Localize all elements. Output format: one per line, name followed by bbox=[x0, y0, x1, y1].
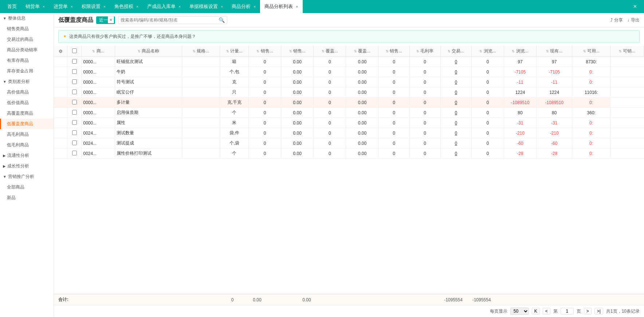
row-checkbox[interactable] bbox=[67, 87, 82, 98]
window-close-button[interactable]: × bbox=[629, 3, 641, 10]
close-analysis-tab[interactable]: × bbox=[254, 4, 256, 9]
nav-permissions[interactable]: 权限设置 × bbox=[77, 0, 110, 13]
sidebar-item-high-value[interactable]: 高价值商品 bbox=[0, 87, 54, 98]
row-checkbox[interactable] bbox=[67, 138, 82, 148]
sidebar-item-category-rate[interactable]: 商品分类动销率 bbox=[0, 45, 54, 55]
sidebar-item-traded-products[interactable]: 交易过的商品 bbox=[0, 34, 54, 45]
col-sales2-header[interactable]: ⇅ 销售... bbox=[281, 46, 314, 57]
nav-product-analysis[interactable]: 商品分析 × bbox=[227, 0, 260, 13]
col-profit-header[interactable]: ⇅ 毛利率 bbox=[409, 46, 440, 57]
col-browse2-header[interactable]: ⇅ 浏览... bbox=[504, 46, 537, 57]
col-browse1-header[interactable]: ⇅ 浏览... bbox=[471, 46, 504, 57]
export-button[interactable]: ↓ 导出 bbox=[627, 17, 640, 23]
sidebar-item-inventory-products[interactable]: 有库存商品 bbox=[0, 55, 54, 66]
row-col11[interactable]: 0 bbox=[440, 67, 471, 77]
row-col11[interactable]: 0 bbox=[440, 128, 471, 138]
close-purchase-tab[interactable]: × bbox=[71, 4, 73, 9]
sidebar-section-overview[interactable]: ▼ 整体信息 bbox=[0, 13, 54, 24]
close-sales-tab[interactable]: × bbox=[43, 4, 45, 9]
settings-column-header[interactable]: ⚙ bbox=[54, 46, 67, 57]
checkbox-column-header[interactable] bbox=[67, 46, 82, 57]
sidebar-item-inventory-capital[interactable]: 库存资金占用 bbox=[0, 66, 54, 76]
col-sales3-header[interactable]: ⇅ 销售... bbox=[378, 46, 409, 57]
page-label: 第 bbox=[553, 308, 558, 314]
row-checkbox[interactable] bbox=[67, 77, 82, 87]
search-input[interactable] bbox=[121, 17, 219, 23]
nav-home[interactable]: 首页 bbox=[3, 0, 21, 13]
row-col5: 0 bbox=[249, 87, 281, 98]
row-checkbox[interactable] bbox=[67, 118, 82, 128]
col-coverage1-header[interactable]: ⇅ 覆盖... bbox=[314, 46, 346, 57]
row-col12: 0 bbox=[471, 138, 504, 148]
sidebar-item-all-products[interactable]: 全部商品 bbox=[0, 182, 54, 193]
close-template-tab[interactable]: × bbox=[221, 4, 223, 9]
col-current-header[interactable]: ⇅ 现有... bbox=[537, 46, 572, 57]
nav-product-warehouse[interactable]: 产成品入库单 × bbox=[143, 0, 185, 13]
col-code-header[interactable]: ⇅ 商... bbox=[82, 46, 115, 57]
close-analysis-list-tab[interactable]: × bbox=[296, 4, 298, 9]
row-col11[interactable]: 0 bbox=[440, 77, 471, 87]
first-page-button[interactable]: K bbox=[532, 308, 540, 314]
row-col9: 0 bbox=[378, 87, 409, 98]
page-size-select[interactable]: 50 100 200 bbox=[510, 308, 529, 315]
share-button[interactable]: ⤴ 分享 bbox=[610, 17, 623, 23]
col-sales1-header[interactable]: ⇅ 销售... bbox=[249, 46, 281, 57]
row-col10: 0 bbox=[409, 108, 440, 118]
nav-purchase[interactable]: 进货单 × bbox=[49, 0, 77, 13]
nav-role-auth[interactable]: 角色授权 × bbox=[110, 0, 143, 13]
row-col11[interactable]: 0 bbox=[440, 118, 471, 128]
sidebar-section-marketing[interactable]: ▼ 营销推广分析 bbox=[0, 171, 54, 182]
col-sellable-header[interactable]: ⇅ 可销... bbox=[610, 46, 644, 57]
row-checkbox[interactable] bbox=[67, 128, 82, 138]
row-checkbox[interactable] bbox=[67, 98, 82, 108]
data-table-container[interactable]: ⚙ ⇅ 商... ⇅ 商品名称 ⇅ 规格... ⇅ 计量... ⇅ 销售... … bbox=[54, 46, 644, 294]
close-product-tab[interactable]: × bbox=[178, 4, 181, 9]
next-page-button[interactable]: > bbox=[584, 308, 592, 314]
close-role-tab[interactable]: × bbox=[136, 4, 138, 9]
row-col12: 0 bbox=[471, 98, 504, 108]
sidebar-item-low-coverage[interactable]: 低覆盖度商品 bbox=[0, 119, 54, 129]
sidebar-section-growth[interactable]: ▶ 成长性分析 bbox=[0, 161, 54, 171]
row-col11[interactable]: 0 bbox=[440, 148, 471, 159]
row-checkbox[interactable] bbox=[67, 108, 82, 118]
search-box[interactable]: 🔍 bbox=[118, 16, 227, 24]
select-all-checkbox[interactable] bbox=[72, 48, 77, 53]
nav-product-analysis-list[interactable]: 商品分析列表 × bbox=[260, 0, 302, 13]
row-col11[interactable]: 0 bbox=[440, 87, 471, 98]
col-available-header[interactable]: ⇅ 可用... bbox=[572, 46, 610, 57]
row-col11[interactable]: 0 bbox=[440, 98, 471, 108]
nav-sales[interactable]: 销货单 × bbox=[21, 0, 49, 13]
row-unit: 箱 bbox=[220, 57, 249, 67]
current-page-input[interactable] bbox=[561, 308, 574, 314]
row-name: 旺铺批次测试 bbox=[115, 57, 182, 67]
sidebar-item-sales-products[interactable]: 销售类商品 bbox=[0, 24, 54, 34]
sidebar-item-new-products[interactable]: 新品 bbox=[0, 193, 54, 203]
row-col14: -1089510 bbox=[537, 98, 572, 108]
sidebar-section-category-diff[interactable]: ▼ 类别差分析 bbox=[0, 76, 54, 87]
row-col6: 0.00 bbox=[281, 138, 314, 148]
col-unit-header[interactable]: ⇅ 计量... bbox=[220, 46, 249, 57]
sidebar-collapse-button[interactable]: « bbox=[108, 16, 114, 23]
row-checkbox[interactable] bbox=[67, 148, 82, 159]
main-layout: ▼ 整体信息 销售类商品 交易过的商品 商品分类动销率 有库存商品 库存资金占用… bbox=[0, 13, 644, 317]
col-trade-header[interactable]: ⇅ 交易... bbox=[440, 46, 471, 57]
row-col12: 0 bbox=[471, 148, 504, 159]
sidebar-item-high-profit[interactable]: 高毛利商品 bbox=[0, 129, 54, 140]
row-col11[interactable]: 0 bbox=[440, 138, 471, 148]
sidebar-section-circulation[interactable]: ▶ 流通性分析 bbox=[0, 150, 54, 161]
col-coverage2-header[interactable]: ⇅ 覆盖... bbox=[346, 46, 378, 57]
last-page-button[interactable]: >| bbox=[594, 308, 603, 314]
nav-template[interactable]: 单据模板设置 × bbox=[185, 0, 227, 13]
sidebar-item-high-coverage[interactable]: 高覆盖度商品 bbox=[0, 108, 54, 119]
sidebar-item-low-value[interactable]: 低价值商品 bbox=[0, 98, 54, 108]
row-col11[interactable]: 0 bbox=[440, 57, 471, 67]
row-col11[interactable]: 0 bbox=[440, 108, 471, 118]
col-name-header[interactable]: ⇅ 商品名称 bbox=[115, 46, 182, 57]
row-checkbox[interactable] bbox=[67, 67, 82, 77]
col-spec-header[interactable]: ⇅ 规格... bbox=[182, 46, 220, 57]
close-permissions-tab[interactable]: × bbox=[103, 4, 106, 9]
sidebar-item-low-profit[interactable]: 低毛利商品 bbox=[0, 140, 54, 150]
prev-page-button[interactable]: < bbox=[543, 308, 550, 314]
row-checkbox[interactable] bbox=[67, 57, 82, 67]
row-col6: 0.00 bbox=[281, 148, 314, 159]
